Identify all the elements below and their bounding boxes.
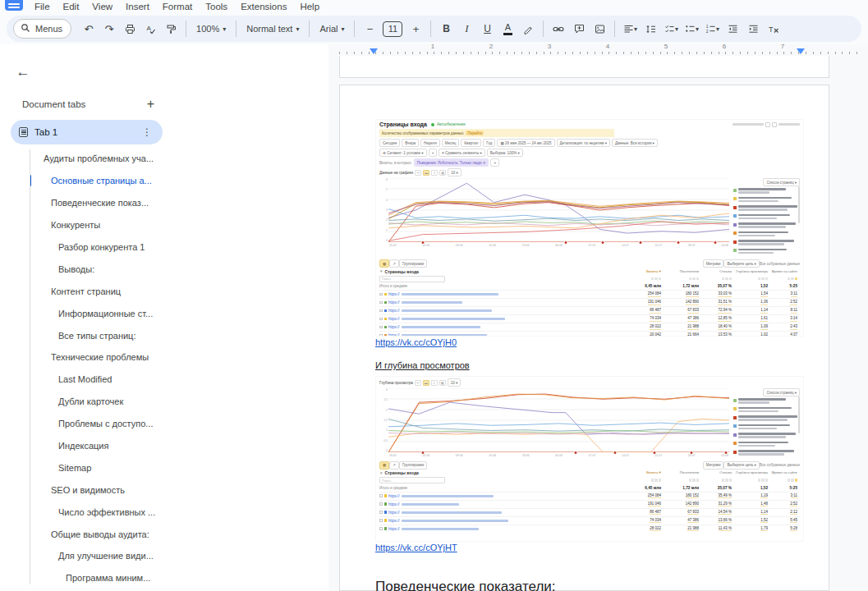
paragraph-style-select[interactable]: Normal text▾ bbox=[241, 19, 304, 39]
font-size-field[interactable]: 11 bbox=[383, 21, 402, 37]
menu-tools[interactable]: Tools bbox=[199, 0, 234, 13]
redo-button[interactable]: ↷ bbox=[99, 19, 119, 39]
add-tab-button[interactable]: + bbox=[144, 97, 158, 112]
increase-indent-button[interactable] bbox=[743, 19, 763, 39]
metrica-screenshot-entry-pages[interactable]: Страницы входаАвтообновлениеКоличество о… bbox=[376, 120, 803, 336]
tab-options-icon[interactable]: ⋮ bbox=[140, 126, 154, 138]
menu-bar: FileEditViewInsertFormatToolsExtensionsH… bbox=[0, 0, 868, 13]
decrease-indent-button[interactable] bbox=[723, 19, 742, 39]
highlight-color-button[interactable] bbox=[518, 19, 538, 39]
m1-row-url: https:// bbox=[388, 317, 400, 321]
sidebar-item-8[interactable]: Все типы страниц: bbox=[30, 324, 320, 346]
sidebar-item-11[interactable]: Дубли карточек bbox=[30, 391, 320, 413]
font-select[interactable]: Arial▾ bbox=[315, 19, 349, 39]
sidebar-item-17[interactable]: Общие выводы аудита: bbox=[30, 523, 320, 545]
m1-legend-swatch bbox=[733, 197, 737, 200]
m1-row-value: 74 034 bbox=[650, 316, 661, 322]
m2-search-input[interactable]: Поиск bbox=[379, 477, 445, 483]
menu-file[interactable]: File bbox=[28, 0, 57, 13]
sidebar-item-19[interactable]: Программа миним... bbox=[30, 567, 320, 589]
m2-sort-icons bbox=[626, 479, 661, 482]
ruler-right-indent-marker[interactable] bbox=[797, 48, 805, 54]
m1-row-value: 33,03 % bbox=[718, 291, 732, 297]
m1-legend-swatch bbox=[733, 206, 737, 209]
doc-link-1[interactable]: https://vk.cc/cOYjH0 bbox=[375, 337, 457, 347]
sidebar-item-10[interactable]: Last Modified bbox=[30, 369, 320, 391]
sidebar-item-16[interactable]: Число эффективных ... bbox=[30, 501, 320, 523]
menu-view[interactable]: View bbox=[85, 0, 119, 13]
menu-extensions[interactable]: Extensions bbox=[234, 0, 293, 13]
increase-font-size-button[interactable]: + bbox=[406, 19, 425, 39]
decrease-font-size-button[interactable]: − bbox=[360, 19, 379, 39]
sidebar-item-5[interactable]: Выводы: bbox=[30, 258, 320, 280]
undo-button[interactable]: ↶ bbox=[79, 19, 99, 39]
sidebar-item-4[interactable]: Разбор конкурента 1 bbox=[30, 236, 320, 259]
spellcheck-button[interactable]: A bbox=[140, 19, 160, 39]
m2-column-header: Визиты ▾ bbox=[646, 470, 661, 474]
text-color-button[interactable]: A bbox=[498, 19, 517, 39]
m1-total-value: 35,07 % bbox=[718, 284, 732, 288]
ruler-tick bbox=[719, 52, 719, 54]
clear-formatting-button[interactable]: T bbox=[764, 19, 783, 39]
sidebar-item-9[interactable]: Технические проблемы bbox=[30, 346, 320, 369]
align-button[interactable]: ▾ bbox=[620, 19, 640, 39]
ruler-tick bbox=[499, 52, 500, 54]
italic-button[interactable]: I bbox=[457, 19, 476, 39]
back-arrow-button[interactable]: ← bbox=[13, 62, 33, 82]
m2-row-value: 180 152 bbox=[686, 493, 699, 499]
numbered-list-button[interactable]: 12▾ bbox=[702, 19, 722, 39]
sidebar-item-13[interactable]: Индексация bbox=[30, 435, 320, 457]
m2-row-value: 47 386 bbox=[687, 518, 699, 524]
menu-edit[interactable]: Edit bbox=[57, 0, 86, 13]
sidebar-item-7[interactable]: Информационные ст... bbox=[30, 302, 320, 324]
m1-row-value: 180 152 bbox=[686, 291, 699, 297]
ruler[interactable]: 1234567 bbox=[328, 43, 868, 56]
sidebar-item-14[interactable]: Sitemap bbox=[30, 456, 320, 479]
m2-row-value: 1,52 bbox=[760, 518, 768, 524]
m2-total-value: 1,52 bbox=[760, 486, 768, 490]
tab-1[interactable]: Tab 1 ⋮ bbox=[11, 120, 163, 144]
ruler-tick bbox=[674, 52, 675, 54]
sidebar-item-2[interactable]: Поведенческие показ... bbox=[30, 192, 320, 214]
menu-help[interactable]: Help bbox=[293, 0, 326, 13]
sidebar-item-18[interactable]: Для улучшение види... bbox=[30, 545, 320, 567]
sidebar-item-3[interactable]: Конкуренты bbox=[30, 214, 320, 236]
bold-button[interactable]: B bbox=[436, 19, 456, 39]
line-spacing-button[interactable] bbox=[641, 19, 660, 39]
print-button[interactable] bbox=[120, 19, 140, 39]
insert-image-button[interactable] bbox=[590, 19, 609, 39]
ruler-tick bbox=[565, 52, 566, 54]
doc-link-2[interactable]: https://vk.cc/cOYjHT bbox=[375, 543, 457, 552]
underline-button[interactable]: U bbox=[477, 19, 497, 39]
sidebar-item-0[interactable]: Аудиты проблемных уча... bbox=[30, 148, 320, 170]
m2-legend-swatch bbox=[733, 442, 737, 445]
metrica-screenshot-view-depth[interactable]: Глубина просмотра〜▬≡▦10 ▾32,521,510,5026… bbox=[376, 377, 803, 541]
m1-row-value: 4:37 bbox=[790, 332, 797, 336]
menu-format[interactable]: Format bbox=[156, 0, 199, 13]
menu-insert[interactable]: Insert bbox=[119, 0, 156, 13]
ruler-tick bbox=[660, 52, 661, 54]
sidebar-item-12[interactable]: Проблемы с доступо... bbox=[30, 413, 320, 435]
m1-row-value: 31,51 % bbox=[718, 300, 732, 305]
m1-row-url: https:// bbox=[388, 309, 400, 313]
ruler-left-indent-marker[interactable] bbox=[370, 48, 378, 54]
insert-comment-button[interactable] bbox=[569, 19, 589, 39]
zoom-select[interactable]: 100%▾ bbox=[191, 19, 231, 39]
docs-logo-icon[interactable] bbox=[5, 0, 23, 11]
align-button-caret: ▾ bbox=[634, 25, 637, 33]
insert-link-button[interactable] bbox=[549, 19, 568, 39]
sidebar-item-1[interactable]: Основные страницы а... bbox=[30, 170, 320, 192]
m1-table-name: Страницы входа bbox=[384, 269, 418, 274]
m2-row-checkbox bbox=[379, 519, 383, 522]
sidebar-item-15[interactable]: SEO и видимость bbox=[30, 479, 320, 501]
paint-format-button[interactable] bbox=[161, 19, 181, 39]
m1-legend-item bbox=[733, 231, 800, 238]
m1-row-checkbox bbox=[379, 309, 383, 313]
m2-row-favicon bbox=[384, 519, 388, 522]
m1-row-value: 47 386 bbox=[687, 316, 699, 322]
bulleted-list-button[interactable]: ▾ bbox=[682, 19, 701, 39]
menus-search[interactable]: Menus bbox=[13, 19, 71, 39]
sidebar-item-6[interactable]: Контент страниц bbox=[30, 280, 320, 302]
m1-search-input[interactable]: Поиск bbox=[379, 276, 445, 282]
checklist-button[interactable]: ▾ bbox=[661, 19, 681, 39]
